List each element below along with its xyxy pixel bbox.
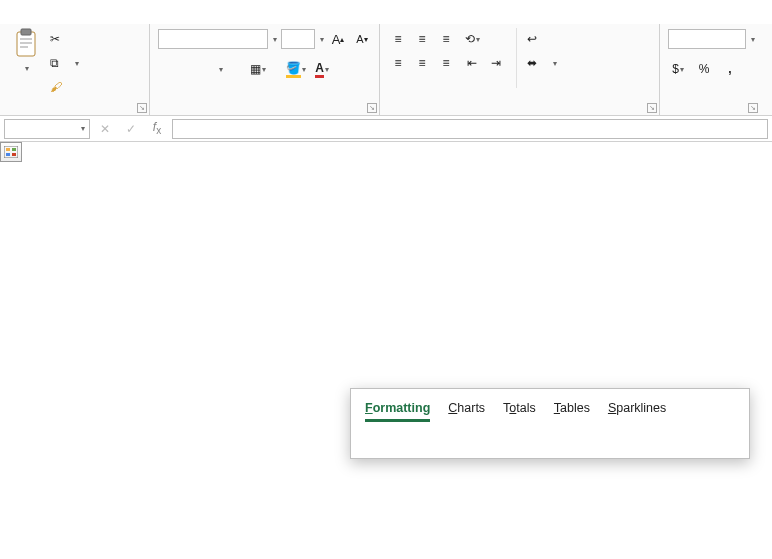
chevron-down-icon[interactable]: ▾ — [320, 35, 324, 44]
number-launcher-icon[interactable]: ↘ — [748, 103, 758, 113]
italic-button[interactable] — [184, 59, 204, 79]
chevron-down-icon[interactable]: ▾ — [81, 124, 85, 133]
comma-icon[interactable]: , — [720, 59, 740, 79]
currency-icon[interactable]: $▾ — [668, 59, 688, 79]
ribbon: ▾ ✂ ⧉ ▾ 🖌 ↘ ▾ ▾ A▴ A▾ ▾ — [0, 24, 772, 116]
fx-icon[interactable]: fx — [146, 120, 168, 136]
cancel-icon[interactable]: ✕ — [94, 122, 116, 136]
font-launcher-icon[interactable]: ↘ — [367, 103, 377, 113]
copy-button[interactable]: ⧉ ▾ — [50, 52, 79, 74]
number-format-combo[interactable] — [668, 29, 746, 49]
enter-icon[interactable]: ✓ — [120, 122, 142, 136]
group-label-font — [158, 111, 371, 113]
align-left-icon[interactable]: ≡ — [388, 53, 408, 73]
svg-rect-2 — [20, 38, 32, 40]
percent-icon[interactable]: % — [694, 59, 714, 79]
svg-rect-3 — [20, 42, 32, 44]
font-name-combo[interactable] — [158, 29, 268, 49]
name-box[interactable]: ▾ — [4, 119, 90, 139]
merge-center-button[interactable]: ⬌ ▾ — [527, 52, 557, 74]
quick-analysis-popup: Formatting Charts Totals Tables Sparklin… — [350, 388, 750, 459]
wrap-icon: ↩ — [527, 32, 537, 46]
svg-rect-6 — [6, 148, 10, 151]
bold-button[interactable] — [158, 59, 178, 79]
fill-color-button[interactable]: 🪣▾ — [286, 59, 306, 79]
paste-dropdown-icon[interactable]: ▾ — [25, 64, 29, 73]
brush-icon: 🖌 — [50, 80, 62, 94]
font-size-combo[interactable] — [281, 29, 315, 49]
align-top-icon[interactable]: ≡ — [388, 29, 408, 49]
group-font: ▾ ▾ A▴ A▾ ▾ ▦▾ 🪣▾ A▾ ↘ — [150, 24, 380, 115]
menu-bar — [0, 0, 772, 24]
tab-totals[interactable]: Totals — [503, 401, 536, 422]
group-label-number — [668, 111, 752, 113]
orientation-icon[interactable]: ⟲▾ — [462, 29, 482, 49]
merge-icon: ⬌ — [527, 56, 537, 70]
svg-rect-1 — [21, 29, 31, 35]
tab-sparklines[interactable]: Sparklines — [608, 401, 666, 422]
formula-bar: ▾ ✕ ✓ fx — [0, 116, 772, 142]
svg-rect-9 — [12, 153, 16, 156]
paste-button[interactable]: ▾ — [8, 28, 44, 74]
copy-icon: ⧉ — [50, 56, 59, 70]
align-middle-icon[interactable]: ≡ — [412, 29, 432, 49]
decrease-indent-icon[interactable]: ⇤ — [462, 53, 482, 73]
align-bottom-icon[interactable]: ≡ — [436, 29, 456, 49]
group-label-alignment — [388, 111, 651, 113]
format-painter-button[interactable]: 🖌 — [50, 76, 79, 98]
align-center-icon[interactable]: ≡ — [412, 53, 432, 73]
chevron-down-icon[interactable]: ▾ — [273, 35, 277, 44]
group-alignment: ≡ ≡ ≡ ≡ ≡ ≡ ⟲▾ ⇤ ⇥ ↩ ⬌ ▾ — [380, 24, 660, 115]
tab-formatting[interactable]: Formatting — [365, 401, 430, 422]
cut-button[interactable]: ✂ — [50, 28, 79, 50]
alignment-launcher-icon[interactable]: ↘ — [647, 103, 657, 113]
align-right-icon[interactable]: ≡ — [436, 53, 456, 73]
increase-font-icon[interactable]: A▴ — [328, 29, 348, 49]
popup-tabs: Formatting Charts Totals Tables Sparklin… — [365, 401, 735, 422]
group-label-clipboard — [8, 111, 141, 113]
group-number: ▾ $▾ % , ↘ — [660, 24, 760, 115]
formula-input[interactable] — [172, 119, 768, 139]
scissors-icon: ✂ — [50, 32, 60, 46]
svg-rect-8 — [6, 153, 10, 156]
decrease-font-icon[interactable]: A▾ — [352, 29, 372, 49]
group-clipboard: ▾ ✂ ⧉ ▾ 🖌 ↘ — [0, 24, 150, 115]
svg-rect-7 — [12, 148, 16, 151]
clipboard-launcher-icon[interactable]: ↘ — [137, 103, 147, 113]
border-button[interactable]: ▦▾ — [248, 59, 268, 79]
tab-tables[interactable]: Tables — [554, 401, 590, 422]
tab-charts[interactable]: Charts — [448, 401, 485, 422]
quick-analysis-button[interactable] — [0, 142, 22, 162]
svg-rect-5 — [4, 146, 18, 158]
wrap-text-button[interactable]: ↩ — [527, 28, 557, 50]
svg-rect-4 — [20, 46, 28, 48]
underline-button[interactable]: ▾ — [210, 59, 230, 79]
increase-indent-icon[interactable]: ⇥ — [486, 53, 506, 73]
font-color-button[interactable]: A▾ — [312, 59, 332, 79]
